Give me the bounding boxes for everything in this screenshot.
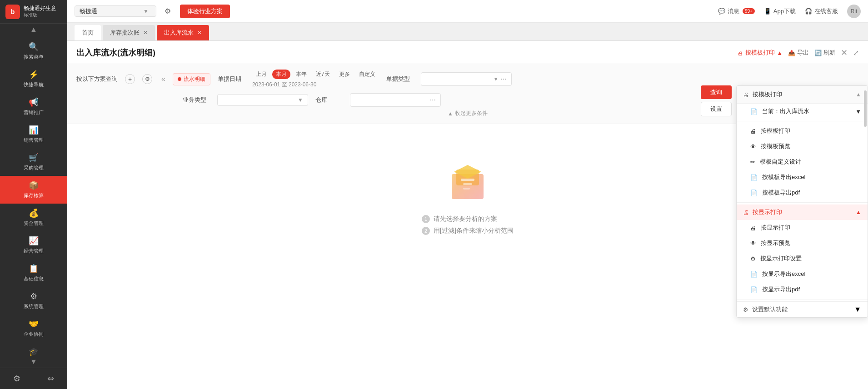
header-gear-icon[interactable]: ⚙ [165,7,171,15]
dropdown-item-export-excel-template[interactable]: 📄 按模板导出excel [737,170,868,185]
dropdown-item-print-settings-display[interactable]: ⚙ 按显示打印设置 [737,251,868,266]
dropdown-item-export-pdf-template[interactable]: 📄 按模板导出pdf [737,185,868,200]
search-button[interactable]: 查询 [701,85,732,99]
sidebar-item-quick-nav[interactable]: ⚡ 快捷导航 [0,65,67,93]
print-header-icon: 🖨 [743,91,749,98]
inventory-icon: 📦 [29,180,39,190]
dropdown-display-section-header[interactable]: 🖨 按显示打印 ▲ [737,204,868,220]
filter-label: 按以下方案查询 [76,75,118,83]
page-header: 出入库流水(流水明细) 🖨 按模板打印 ▲ 📤 导出 🔄 刷新 ✕ ⤢ [67,41,868,63]
svg-rect-3 [461,179,474,181]
sidebar-scroll-down[interactable]: ▼ [0,356,67,368]
dropdown-item-custom-template[interactable]: ✏ 模板自定义设计 [737,154,868,170]
sidebar-collapse-btn[interactable]: ⇔ [47,374,54,384]
business-type-arrow: ▼ [298,97,303,103]
warehouse-label: 仓库 [315,96,343,104]
current-template-icon: 📄 [750,108,758,115]
finance-icon: 💰 [29,208,39,218]
print-dropdown-arrow[interactable]: ▲ [777,50,783,56]
filter-tag-dot [178,77,181,81]
sidebar-item-search[interactable]: 🔍 搜索菜单 [0,37,67,65]
sidebar-item-enterprise[interactable]: 🤝 企业协同 [0,314,67,342]
warehouse-select[interactable]: ··· [350,93,441,107]
page-expand-btn[interactable]: ⤢ [853,49,859,57]
app-download-btn[interactable]: 📱 App下载 [764,7,796,15]
date-tab-more[interactable]: 更多 [335,70,354,79]
tab-home[interactable]: 首页 [75,25,101,40]
dropdown-item-preview-display[interactable]: 👁 按显示预览 [737,235,868,251]
display-section-arrow[interactable]: ▲ [856,209,861,215]
sidebar-item-finance[interactable]: 💰 资金管理 [0,204,67,231]
date-tab-last-month[interactable]: 上月 [252,70,270,79]
sidebar-item-inventory[interactable]: 📦 库存核算 [0,176,67,204]
tab-flow-close[interactable]: ✕ [197,30,202,36]
warehouse-more[interactable]: ··· [430,96,436,104]
system-icon: ⚙ [30,291,37,301]
divider-3 [737,299,868,299]
dropdown-collapse-arrow[interactable]: ▲ [856,91,861,98]
dropdown-scrollbar[interactable] [864,86,867,317]
business-type-select[interactable]: ▼ [217,94,308,106]
phone-icon: 📱 [764,8,771,15]
quick-nav-icon: ⚡ [29,70,39,80]
dropdown-item-print-display[interactable]: 🖨 按显示打印 [737,220,868,235]
svg-rect-5 [463,188,470,190]
date-tab-this-month[interactable]: 本月 [272,70,290,79]
date-tab-this-year[interactable]: 本年 [292,70,310,79]
dropdown-footer[interactable]: ⚙ 设置默认功能 ▼ [737,301,868,317]
sidebar-item-system[interactable]: ⚙ 系统管理 [0,287,67,314]
dropdown-item-print-template[interactable]: 🖨 按模板打印 [737,123,868,139]
user-avatar[interactable]: Rit [847,5,861,18]
sidebar-item-guide[interactable]: 🎓 新手引导 [0,342,67,356]
enterprise-icon: 🤝 [29,319,39,329]
page-close-btn[interactable]: ✕ [841,48,848,58]
export-pdf-display-icon: 📄 [750,286,758,293]
sidebar-settings-btn[interactable]: ⚙ [13,374,20,384]
sidebar: b 畅捷通好生意 标准版 ▲ 🔍 搜索菜单 ⚡ 快捷导航 📢 营销推广 📊 销售… [0,0,67,389]
export-btn[interactable]: 📤 导出 [788,49,809,57]
main-area: ▼ ⚙ 体验行业方案 💬 消息 99+ 📱 App下载 🎧 在线客服 Rit [67,0,868,389]
filter-collapse-icon[interactable]: « [161,75,165,83]
header-search-dropdown-icon[interactable]: ▼ [143,8,149,15]
tab-batch-account[interactable]: 库存批次账 ✕ [103,25,155,40]
empty-illustration [440,160,495,206]
voucher-type-arrow: ▼ [493,76,499,82]
dropdown-item-export-pdf-display[interactable]: 📄 按显示导出pdf [737,282,868,297]
date-tab-7days[interactable]: 近7天 [312,70,334,79]
tab-batch-account-close[interactable]: ✕ [143,30,148,36]
svg-rect-4 [463,183,472,185]
date-field-label: 单据日期 [218,75,245,83]
collapse-up-icon: ▲ [448,110,453,117]
tab-flow[interactable]: 出入库流水 ✕ [157,25,209,40]
sidebar-item-operations[interactable]: 📈 经营管理 [0,231,67,259]
sidebar-scroll-up[interactable]: ▲ [0,24,67,35]
sidebar-item-basic-info[interactable]: 📋 基础信息 [0,259,67,287]
print-settings-display-icon: ⚙ [750,255,756,262]
dropdown-scrollbar-thumb[interactable] [864,90,867,127]
print-template-btn[interactable]: 🖨 按模板打印 ▲ [738,49,783,57]
date-tab-custom[interactable]: 自定义 [355,70,379,79]
header-search-box[interactable]: ▼ [75,5,156,17]
voucher-type-select[interactable]: ▼ ··· [421,72,512,86]
voucher-type-more[interactable]: ··· [500,75,506,83]
customer-service-btn[interactable]: 🎧 在线客服 [805,7,838,15]
filter-settings-btn[interactable]: ⚙ [142,74,152,84]
collapse-more-btn[interactable]: ▲ 收起更多条件 [448,110,488,117]
search-icon: 🔍 [29,42,39,52]
sidebar-item-marketing[interactable]: 📢 营销推广 [0,93,67,120]
print-template-icon: 🖨 [750,128,756,135]
refresh-btn[interactable]: 🔄 刷新 [814,49,835,57]
dropdown-item-export-excel-display[interactable]: 📄 按显示导出excel [737,266,868,282]
dropdown-item-preview-template[interactable]: 👁 按模板预览 [737,139,868,154]
empty-hints: 1 请先选择要分析的方案 2 用[过滤]条件来缩小分析范围 [422,215,514,239]
sidebar-item-sales[interactable]: 📊 销售管理 [0,120,67,148]
trial-button[interactable]: 体验行业方案 [180,5,230,18]
notifications-btn[interactable]: 💬 消息 99+ [718,7,755,15]
settings-button[interactable]: 设置 [701,102,732,116]
export-pdf-template-icon: 📄 [750,190,758,196]
header-search-input[interactable] [80,8,143,15]
dropdown-current-template[interactable]: 📄 当前：出入库流水 ▼ [737,104,868,119]
sidebar-item-purchase[interactable]: 🛒 采购管理 [0,148,67,176]
filter-add-btn[interactable]: + [125,74,135,84]
right-action-buttons: 查询 设置 [701,85,732,116]
